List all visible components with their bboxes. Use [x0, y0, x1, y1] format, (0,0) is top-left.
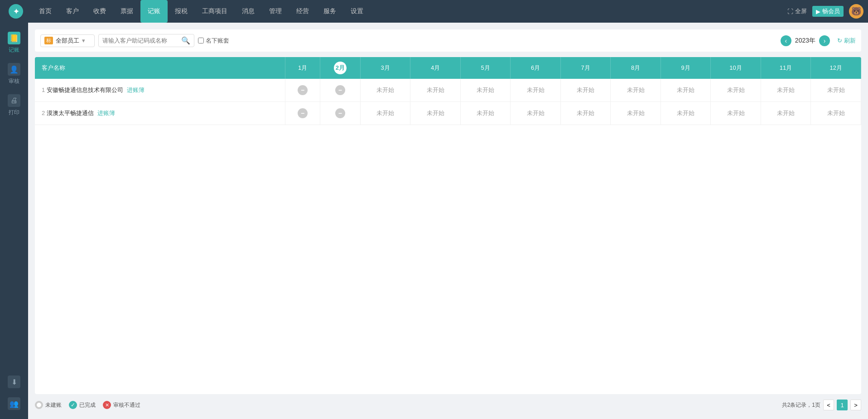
- main-content: 标 全部员工 ▾ 🔍 名下账套 ‹ 2023年 › ↻ 刷新 客户名称: [28, 23, 868, 419]
- prev-year-button[interactable]: ‹: [781, 35, 791, 46]
- month-cell-8: 未开始: [611, 102, 661, 125]
- table-row: 2漠澳太平畅捷通信进账簿−−未开始未开始未开始未开始未开始未开始未开始未开始未开…: [35, 102, 861, 125]
- pagination: 共2条记录，1页 < 1 >: [782, 400, 861, 410]
- status-dash-icon: −: [335, 108, 345, 118]
- search-input-wrap: 🔍: [98, 34, 194, 47]
- vip-icon: ▶: [816, 8, 820, 15]
- data-table: 客户名称 1月 2月 3月 4月 5月 6月 7月 8月 9月 10月 11月 …: [35, 57, 861, 125]
- col-header-jul: 7月: [560, 57, 611, 79]
- table-container: 客户名称 1月 2月 3月 4月 5月 6月 7月 8月 9月 10月 11月 …: [35, 57, 861, 394]
- not-started-status: 未开始: [527, 110, 545, 116]
- search-icon[interactable]: 🔍: [181, 36, 190, 45]
- month-cell-10: 未开始: [711, 102, 761, 125]
- nav-service[interactable]: 服务: [316, 0, 343, 23]
- nav-settings[interactable]: 设置: [343, 0, 371, 23]
- col-header-dec: 12月: [811, 57, 861, 79]
- status-dash-icon: −: [298, 108, 308, 118]
- employee-select[interactable]: 标 全部员工 ▾: [40, 34, 95, 47]
- legend-not-started-label: 未建账: [45, 401, 62, 409]
- search-input[interactable]: [102, 37, 179, 44]
- enter-link[interactable]: 进账簿: [97, 110, 115, 116]
- not-started-status: 未开始: [677, 87, 694, 93]
- month-cell-6: 未开始: [511, 79, 561, 102]
- prev-page-button[interactable]: <: [823, 400, 834, 410]
- print-icon: 🖨: [8, 94, 20, 107]
- enter-link[interactable]: 进账簿: [127, 87, 145, 93]
- col-header-may: 5月: [460, 57, 511, 79]
- next-year-button[interactable]: ›: [819, 35, 830, 46]
- nav-bookkeeping[interactable]: 记账: [140, 0, 168, 23]
- tag-icon: 标: [44, 37, 53, 44]
- month-cell-4: 未开始: [410, 102, 461, 125]
- not-started-status: 未开始: [827, 87, 845, 93]
- col-header-feb: 2月: [320, 57, 361, 79]
- col-header-apr: 4月: [410, 57, 461, 79]
- sidebar-review-label: 审核: [9, 77, 19, 85]
- month-cell-2[interactable]: −: [320, 79, 361, 102]
- fullscreen-icon: ⛶: [787, 8, 793, 15]
- sidebar-item-download[interactable]: ⬇: [8, 371, 20, 393]
- not-started-status: 未开始: [577, 110, 594, 116]
- month-cell-10: 未开始: [711, 79, 761, 102]
- not-started-status: 未开始: [727, 110, 745, 116]
- toolbar: 标 全部员工 ▾ 🔍 名下账套 ‹ 2023年 › ↻ 刷新: [35, 29, 861, 52]
- sidebar-item-print[interactable]: 🖨 打印: [0, 90, 28, 121]
- sidebar-item-bookkeeping[interactable]: 📒 记账: [0, 27, 28, 58]
- not-started-status: 未开始: [376, 110, 394, 116]
- month-cell-1[interactable]: −: [285, 102, 320, 125]
- month-cell-3: 未开始: [360, 79, 410, 102]
- nav-business[interactable]: 工商项目: [195, 0, 235, 23]
- month-cell-8: 未开始: [611, 79, 661, 102]
- not-started-status: 未开始: [577, 87, 594, 93]
- refresh-button[interactable]: ↻ 刷新: [837, 37, 856, 45]
- not-started-status: 未开始: [427, 110, 444, 116]
- footer: 未建账 ✓ 已完成 ✕ 审核不通过 共2条记录，1页 < 1 >: [35, 394, 861, 412]
- nav-operation[interactable]: 经营: [289, 0, 316, 23]
- nav-message[interactable]: 消息: [235, 0, 262, 23]
- not-started-status: 未开始: [727, 87, 745, 93]
- nav-invoice[interactable]: 票据: [113, 0, 140, 23]
- avatar[interactable]: 🐻: [849, 4, 863, 19]
- legend-dot-grey: [35, 401, 43, 409]
- client-name: 安徽畅捷通信息技术有限公司: [47, 87, 123, 93]
- month-cell-11: 未开始: [761, 102, 811, 125]
- sidebar-item-review[interactable]: 👤 审核: [0, 58, 28, 90]
- refresh-icon: ↻: [837, 37, 842, 44]
- not-started-status: 未开始: [477, 87, 494, 93]
- fullscreen-button[interactable]: ⛶ 全屏: [787, 7, 807, 15]
- client-name-cell: 2漠澳太平畅捷通信进账簿: [35, 102, 285, 125]
- sidebar-item-users[interactable]: 👥: [8, 393, 20, 414]
- col-header-jun: 6月: [511, 57, 561, 79]
- col-header-sep: 9月: [661, 57, 711, 79]
- mine-checkbox[interactable]: [198, 38, 204, 43]
- nav-client[interactable]: 客户: [59, 0, 86, 23]
- month-cell-2[interactable]: −: [320, 102, 361, 125]
- current-page-button[interactable]: 1: [837, 400, 848, 410]
- fullscreen-label: 全屏: [795, 7, 807, 15]
- mine-checkbox-label[interactable]: 名下账套: [198, 37, 229, 45]
- legend-not-started: 未建账: [35, 401, 62, 409]
- col-header-nov: 11月: [761, 57, 811, 79]
- next-page-button[interactable]: >: [850, 400, 861, 410]
- nav-home[interactable]: 首页: [32, 0, 59, 23]
- nav-fee[interactable]: 收费: [86, 0, 113, 23]
- sidebar-bookkeeping-label: 记账: [9, 46, 19, 54]
- month-cell-5: 未开始: [460, 102, 511, 125]
- col-header-name: 客户名称: [35, 57, 285, 79]
- vip-button[interactable]: ▶ 畅会员: [812, 6, 844, 17]
- not-started-status: 未开始: [627, 110, 645, 116]
- nav-tax[interactable]: 报税: [168, 0, 195, 23]
- legend-dot-teal: ✓: [69, 401, 77, 409]
- top-nav: ✦ 首页 客户 收费 票据 记账 报税 工商项目 消息 管理 经营 服务 设置 …: [0, 0, 868, 23]
- col-header-aug: 8月: [611, 57, 661, 79]
- month-cell-1[interactable]: −: [285, 79, 320, 102]
- table-row: 1安徽畅捷通信息技术有限公司进账簿−−未开始未开始未开始未开始未开始未开始未开始…: [35, 79, 861, 102]
- row-index: 2: [42, 110, 45, 116]
- status-dash-icon: −: [298, 85, 308, 95]
- legend-completed: ✓ 已完成: [69, 401, 96, 409]
- pagination-total: 共2条记录，1页: [782, 401, 820, 409]
- nav-manage[interactable]: 管理: [262, 0, 289, 23]
- not-started-status: 未开始: [827, 110, 845, 116]
- col-header-jan: 1月: [285, 57, 320, 79]
- month-cell-3: 未开始: [360, 102, 410, 125]
